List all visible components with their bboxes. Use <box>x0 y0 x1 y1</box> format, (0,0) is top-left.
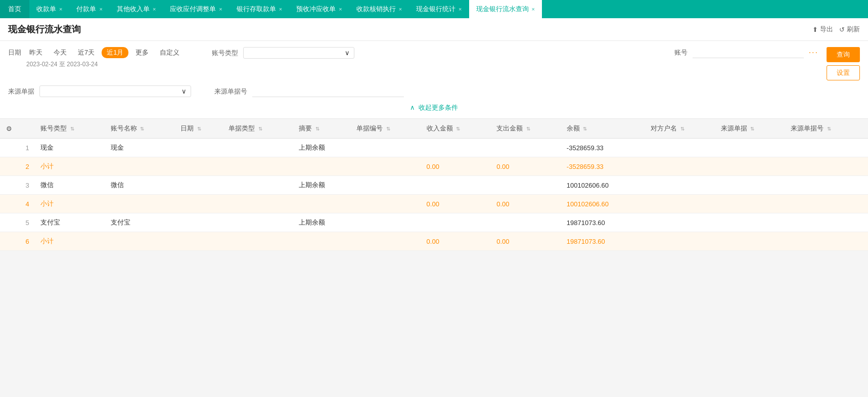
date-opt-more[interactable]: 更多 <box>131 47 153 58</box>
table-cell: 现金 <box>107 139 177 157</box>
table-cell <box>0 157 18 176</box>
source-doc-select[interactable]: ∨ <box>39 85 191 97</box>
nav-tab-yingshouyingfutiaozhendan[interactable]: 应收应付调整单 × <box>163 0 229 18</box>
nav-tab-qitashourudan[interactable]: 其他收入单 × <box>110 0 163 18</box>
nav-tab-xianjinyinhang-tongji[interactable]: 现金银行统计 × <box>409 0 469 18</box>
table-cell <box>492 176 563 195</box>
filter-area: 日期 昨天 今天 近7天 近1月 更多 自定义 2023-02-24 至 202… <box>0 41 868 119</box>
account-input[interactable] <box>693 47 804 58</box>
table-cell <box>295 195 352 213</box>
table-cell <box>0 232 18 251</box>
table-cell <box>176 213 224 232</box>
table-cell: 19871073.60 <box>563 232 647 251</box>
table-cell <box>224 213 295 232</box>
table-cell <box>787 232 868 251</box>
header-actions: ⬆ 导出 ↺ 刷新 <box>812 25 860 34</box>
nav-tab-yushouzhongdan[interactable]: 预收冲应收单 × <box>289 0 349 18</box>
close-icon[interactable]: × <box>219 6 222 12</box>
table-cell <box>717 139 787 157</box>
date-opt-today[interactable]: 今天 <box>50 47 71 58</box>
date-opt-1month[interactable]: 近1月 <box>102 47 128 58</box>
sort-icon: ⇅ <box>140 126 144 131</box>
table-cell <box>176 232 224 251</box>
refresh-button[interactable]: ↺ 刷新 <box>839 25 860 34</box>
account-ellipsis-button[interactable]: ··· <box>809 48 818 57</box>
account-type-select[interactable]: ∨ <box>243 47 354 59</box>
close-icon[interactable]: × <box>532 6 535 12</box>
close-icon[interactable]: × <box>59 6 62 12</box>
column-account-name[interactable]: 账号名称 ⇅ <box>107 119 177 139</box>
table-row: 3微信微信上期余额100102606.60 <box>0 176 868 195</box>
sort-icon: ⇅ <box>827 126 831 131</box>
table-cell <box>224 195 295 213</box>
sort-icon: ⇅ <box>197 126 201 131</box>
column-income[interactable]: 收入金额 ⇅ <box>423 119 493 139</box>
date-opt-custom[interactable]: 自定义 <box>156 47 184 58</box>
query-button[interactable]: 查询 <box>827 47 860 62</box>
sort-icon: ⇅ <box>680 126 684 131</box>
table-cell <box>352 213 423 232</box>
source-doc-label: 来源单据 <box>8 87 34 96</box>
table-cell <box>107 232 177 251</box>
collapse-bar[interactable]: ∧ 收起更多条件 <box>8 101 860 114</box>
table-cell <box>423 176 493 195</box>
export-button[interactable]: ⬆ 导出 <box>812 25 833 34</box>
table-cell <box>717 176 787 195</box>
close-icon[interactable]: × <box>459 6 462 12</box>
column-date[interactable]: 日期 ⇅ <box>176 119 224 139</box>
table-cell: 0.00 <box>423 232 493 251</box>
close-icon[interactable]: × <box>339 6 342 12</box>
date-opt-7days[interactable]: 近7天 <box>74 47 99 58</box>
column-settings[interactable]: ⚙ <box>0 119 18 139</box>
table-cell <box>107 157 177 176</box>
close-icon[interactable]: × <box>99 6 102 12</box>
setting-button[interactable]: 设置 <box>827 65 860 80</box>
close-icon[interactable]: × <box>399 6 402 12</box>
table-cell <box>295 157 352 176</box>
column-summary[interactable]: 摘要 ⇅ <box>295 119 352 139</box>
table-cell <box>647 139 717 157</box>
column-account-type[interactable]: 账号类型 ⇅ <box>36 119 107 139</box>
table-cell: 19871073.60 <box>563 213 647 232</box>
nav-tab-xianjinyinhang-liushui[interactable]: 现金银行流水查询 × <box>469 0 542 18</box>
table-cell: 6 <box>18 232 36 251</box>
nav-tab-shoukuanhexiao[interactable]: 收款核销执行 × <box>349 0 409 18</box>
sort-icon: ⇅ <box>386 126 390 131</box>
column-doc-type[interactable]: 单据类型 ⇅ <box>224 119 295 139</box>
source-doc-no-input[interactable] <box>252 86 404 97</box>
column-source-doc-no[interactable]: 来源单据号 ⇅ <box>787 119 868 139</box>
table-row: 4小计0.000.00100102606.60 <box>0 195 868 213</box>
table-cell <box>352 139 423 157</box>
nav-tab-fukuandan[interactable]: 付款单 × <box>69 0 109 18</box>
table-cell <box>0 139 18 157</box>
column-balance[interactable]: 余额 ⇅ <box>563 119 647 139</box>
table-cell <box>176 176 224 195</box>
table-cell <box>787 139 868 157</box>
table-cell <box>107 195 177 213</box>
nav-tab-yinhangcunqudan[interactable]: 银行存取款单 × <box>230 0 289 18</box>
source-doc-no-label: 来源单据号 <box>214 87 247 96</box>
column-counterpart[interactable]: 对方户名 ⇅ <box>647 119 717 139</box>
sort-icon: ⇅ <box>750 126 754 131</box>
table-cell <box>0 176 18 195</box>
table-cell: 2 <box>18 157 36 176</box>
table-cell <box>176 139 224 157</box>
column-source-doc[interactable]: 来源单据 ⇅ <box>717 119 787 139</box>
column-expense[interactable]: 支出金额 ⇅ <box>492 119 563 139</box>
date-label: 日期 <box>8 48 21 57</box>
table-cell <box>224 232 295 251</box>
column-doc-no[interactable]: 单据编号 ⇅ <box>352 119 423 139</box>
close-icon[interactable]: × <box>279 6 282 12</box>
nav-home[interactable]: 首页 <box>0 0 29 18</box>
table-cell: 支付宝 <box>36 213 107 232</box>
gear-icon[interactable]: ⚙ <box>6 125 12 133</box>
close-icon[interactable]: × <box>153 6 156 12</box>
nav-tab-shoukuandan[interactable]: 收款单 × <box>29 0 69 18</box>
table-cell: 上期余额 <box>295 139 352 157</box>
sort-icon: ⇅ <box>258 126 262 131</box>
table-cell <box>647 176 717 195</box>
table-cell <box>176 195 224 213</box>
table-cell: 现金 <box>36 139 107 157</box>
table-cell <box>352 157 423 176</box>
date-opt-yesterday[interactable]: 昨天 <box>25 47 47 58</box>
